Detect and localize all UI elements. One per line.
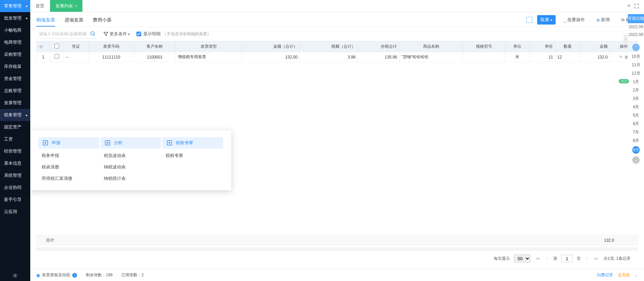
filter-row: 更多条件 ▾ 显示明细 （不包含没有明细的发票） bbox=[30, 27, 644, 41]
sidebar-item-12[interactable]: 经营管理 bbox=[0, 145, 30, 157]
invoice-tab-sales[interactable]: 销项发票 bbox=[36, 17, 55, 27]
sidebar-item-3[interactable]: 电商管理 bbox=[0, 36, 30, 48]
qr-icon[interactable] bbox=[526, 17, 532, 23]
col-amount[interactable]: 金额（合计） bbox=[242, 41, 300, 52]
col-price[interactable]: 单价 bbox=[530, 41, 555, 52]
month-option[interactable]: 11月 bbox=[632, 62, 640, 68]
month-option[interactable]: 12月 bbox=[632, 71, 640, 76]
select-all-header[interactable] bbox=[50, 41, 64, 52]
category-icon bbox=[42, 139, 49, 147]
col-spec[interactable]: 规格型号 bbox=[463, 41, 505, 52]
invoice-verify-link[interactable]: ▣ 发票查验及拍照 i bbox=[36, 272, 77, 278]
sidebar-item-13[interactable]: 基本信息 bbox=[0, 157, 30, 169]
month-up-button[interactable]: ⌃ bbox=[632, 44, 640, 51]
sidebar-item-1[interactable]: 批发管理▾ bbox=[0, 12, 30, 24]
month-option[interactable]: 5月 bbox=[633, 113, 639, 118]
flyout-item[interactable]: 税表清册 bbox=[42, 164, 99, 170]
filter-icon bbox=[104, 32, 108, 36]
flyout-item[interactable]: 税务申报 bbox=[42, 153, 99, 159]
sidebar-item-14[interactable]: 系统管理 bbox=[0, 169, 30, 182]
month-option[interactable]: 7月 bbox=[633, 129, 639, 135]
sidebar-item-17[interactable]: 云应用 bbox=[0, 206, 30, 218]
info-icon: i bbox=[72, 273, 77, 278]
invoice-tab-purchase[interactable]: 进项发票 bbox=[65, 17, 83, 27]
first-page-button[interactable]: ⏮ bbox=[534, 256, 541, 261]
sidebar-item-0[interactable]: 零售管理▾ bbox=[0, 0, 30, 12]
col-total[interactable]: 价税合计 bbox=[358, 41, 399, 52]
tab-invoice-list[interactable]: 发票列表 × bbox=[50, 0, 83, 12]
sidebar-item-4[interactable]: 采购管理 bbox=[0, 48, 30, 61]
search-input[interactable] bbox=[36, 29, 97, 39]
add-button[interactable]: ⊕新增 bbox=[593, 15, 613, 25]
col-tax[interactable]: 税额（合计） bbox=[300, 41, 358, 52]
sidebar-item-15[interactable]: 企业协同 bbox=[0, 182, 30, 194]
sidebar-item-10[interactable]: 固定资产 bbox=[0, 121, 30, 133]
search-icon[interactable] bbox=[90, 31, 95, 36]
sidebar-item-6[interactable]: 资金管理 bbox=[0, 73, 30, 85]
show-detail-checkbox[interactable]: 显示明细 （不包含没有明细的发票） bbox=[136, 31, 211, 37]
col-voucher[interactable]: 凭证 bbox=[64, 41, 89, 52]
settings-gear-icon[interactable] bbox=[0, 270, 30, 281]
sidebar-item-16[interactable]: 新手引导 bbox=[0, 194, 30, 206]
sidebar-item-9[interactable]: 税务管理▸ bbox=[0, 109, 30, 121]
show-detail-input[interactable] bbox=[136, 32, 141, 36]
last-page-button[interactable]: ⏭ bbox=[593, 256, 600, 261]
fullscreen-icon[interactable] bbox=[634, 3, 639, 9]
month-option[interactable]: 3月 bbox=[633, 96, 639, 102]
month-option[interactable]: 10月 bbox=[632, 54, 640, 59]
horizontal-scrollbar[interactable] bbox=[36, 247, 638, 251]
tab-home[interactable]: 首页 bbox=[30, 0, 50, 12]
column-settings-icon[interactable] bbox=[37, 41, 50, 52]
month-down-button[interactable]: ⌄ bbox=[632, 156, 640, 164]
recharge-link[interactable]: 去充值 bbox=[618, 272, 630, 278]
deduct-record-link[interactable]: 扣费记录 bbox=[597, 272, 613, 278]
prev-page-button[interactable]: ‹ bbox=[545, 256, 549, 261]
flyout-item[interactable]: 税检专家 bbox=[166, 153, 223, 159]
col-type[interactable]: 发票类型 bbox=[175, 41, 242, 52]
invoice-tab-expense[interactable]: 费用小票 bbox=[93, 17, 112, 27]
per-page-select[interactable]: 50 bbox=[514, 254, 530, 263]
flyout-item[interactable]: 纳税统计表 bbox=[104, 175, 161, 182]
category-icon bbox=[166, 139, 173, 147]
month-option[interactable]: 9月 bbox=[632, 146, 640, 154]
table-row[interactable]: 1--111111101100001增值税专用发票132.003.96135.9… bbox=[37, 52, 638, 62]
flyout-item[interactable]: 税负波动表 bbox=[104, 153, 161, 159]
sum-label: 合计 bbox=[37, 235, 64, 245]
page-input[interactable] bbox=[561, 255, 573, 262]
flyout-item[interactable]: 所得税汇算清缴 bbox=[42, 175, 99, 182]
chevron-down-icon: ▾ bbox=[26, 4, 28, 8]
sidebar-item-5[interactable]: 库存核算 bbox=[0, 61, 30, 73]
close-icon[interactable]: × bbox=[627, 2, 631, 9]
chevron-down-icon[interactable]: ⌄ bbox=[635, 273, 638, 278]
tax-submenu-flyout: 申报税务申报税表清册所得税汇算清缴分析税负波动表纳税波动表纳税统计表税检专家税检… bbox=[30, 130, 231, 190]
edit-icon[interactable]: ✎ bbox=[619, 55, 622, 59]
pick-invoice-button[interactable]: 取票▾ bbox=[537, 15, 556, 25]
col-unit[interactable]: 单位 bbox=[505, 41, 530, 52]
sidebar-item-8[interactable]: 发票管理 bbox=[0, 97, 30, 109]
panel-expand-handle[interactable]: ‹ bbox=[624, 35, 628, 43]
col-money[interactable]: 金额 bbox=[580, 41, 610, 52]
date-from[interactable]: 2022.09 bbox=[628, 23, 644, 31]
next-page-button[interactable]: › bbox=[585, 256, 589, 261]
month-option[interactable]: 1月2022 bbox=[633, 79, 639, 85]
col-goods[interactable]: 商品名称 bbox=[399, 41, 463, 52]
col-customer[interactable]: 客户名称 bbox=[134, 41, 175, 52]
month-option[interactable]: 2月 bbox=[633, 87, 639, 93]
scan-icon: ▣ bbox=[36, 273, 40, 278]
sidebar-item-11[interactable]: 工资 bbox=[0, 133, 30, 145]
month-option[interactable]: 6月 bbox=[633, 121, 639, 127]
sidebar-item-2[interactable]: 小畅电商 bbox=[0, 24, 30, 36]
col-num[interactable]: 发票号码 bbox=[89, 41, 134, 52]
flyout-header-2: 税检专家 bbox=[162, 137, 223, 149]
flyout-item[interactable]: 纳税波动表 bbox=[104, 164, 161, 170]
sidebar-item-7[interactable]: 总账管理 bbox=[0, 85, 30, 97]
row-checkbox[interactable] bbox=[54, 54, 59, 59]
more-conditions-button[interactable]: 更多条件 ▾ bbox=[104, 31, 130, 37]
month-option[interactable]: 8月 bbox=[633, 138, 639, 144]
tab-invoice-list-label: 发票列表 bbox=[55, 3, 73, 9]
month-option[interactable]: 4月 bbox=[633, 104, 639, 110]
date-to[interactable]: 2022.09 bbox=[628, 31, 644, 38]
batch-action-button[interactable]: ⎯批量操作 bbox=[560, 15, 588, 25]
col-qty[interactable]: 数量 bbox=[555, 41, 580, 52]
close-icon[interactable]: × bbox=[75, 4, 77, 8]
